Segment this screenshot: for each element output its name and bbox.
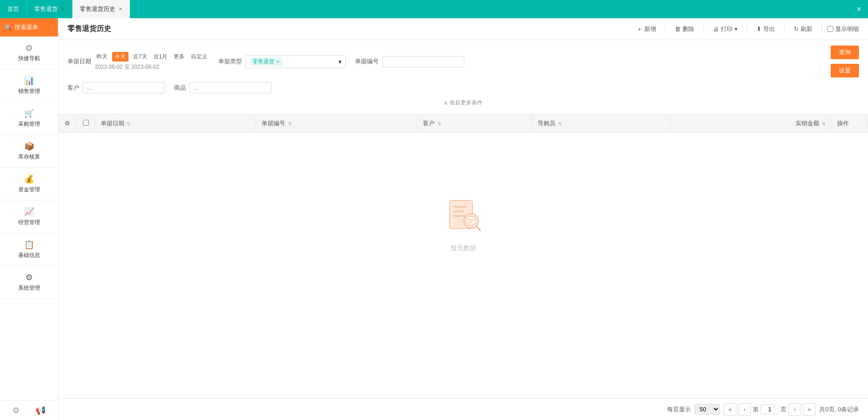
page-size-select[interactable]: 10 20 50 100 bbox=[694, 404, 720, 415]
svg-rect-3 bbox=[453, 215, 466, 217]
quick-nav-icon: ⊙ bbox=[26, 43, 32, 53]
sidebar-search[interactable]: 🔍 搜索菜单 bbox=[0, 18, 58, 36]
sidebar-item-system-mgmt[interactable]: ⚙ 系统管理 bbox=[0, 266, 58, 299]
sidebar-search-label: 搜索菜单 bbox=[15, 23, 38, 31]
tab-retail-return-close[interactable]: × bbox=[62, 6, 65, 12]
col-amount-label: 实销金额 bbox=[796, 120, 819, 127]
col-doc-date[interactable]: 单据日期 ⇅ bbox=[95, 114, 256, 133]
table-header: ⚙ 单据日期 ⇅ 单据编号 ⇅ bbox=[58, 114, 868, 133]
col-action: 操作 bbox=[832, 114, 868, 133]
sidebar-item-basic-info[interactable]: 📋 基础信息 bbox=[0, 233, 58, 266]
filter-row-2: 客户 商品 bbox=[67, 82, 859, 93]
customer-input[interactable] bbox=[83, 82, 165, 93]
header-filter-wrapper: 零售退货历史 ＋ 新增 🗑 删除 🖨 打印 ▾ bbox=[58, 18, 868, 114]
refresh-button[interactable]: ↻ 刷新 bbox=[790, 23, 816, 35]
next-page-button[interactable]: › bbox=[788, 403, 801, 416]
col-customer[interactable]: 客户 ⇅ bbox=[417, 114, 532, 133]
window-close-button[interactable]: × bbox=[850, 0, 868, 18]
sidebar-item-sales-mgmt[interactable]: 📊 销售管理 bbox=[0, 69, 58, 102]
add-label: 新增 bbox=[644, 25, 656, 33]
doctype-tag: 零售退货 × bbox=[250, 57, 282, 66]
col-checkbox[interactable] bbox=[77, 114, 95, 133]
purchase-icon: 🛒 bbox=[24, 108, 34, 118]
sidebar-speaker-icon[interactable]: 📢 bbox=[36, 405, 46, 415]
col-amount[interactable]: 实销金额 ⇅ bbox=[670, 114, 832, 133]
content-area: 零售退货历史 ＋ 新增 🗑 删除 🖨 打印 ▾ bbox=[58, 18, 868, 420]
total-info: 共0页, 0条记录 bbox=[819, 405, 859, 414]
action-buttons: 查询 设置 bbox=[831, 46, 859, 77]
date-opt-custom[interactable]: 自定义 bbox=[189, 52, 209, 61]
refresh-icon: ↻ bbox=[794, 26, 799, 32]
date-opt-1month[interactable]: 近1月 bbox=[152, 52, 169, 61]
col-guide-sort: ⇅ bbox=[558, 121, 562, 126]
sidebar-item-inventory[interactable]: 📦 库存核算 bbox=[0, 135, 58, 168]
col-doc-no[interactable]: 单据编号 ⇅ bbox=[256, 114, 417, 133]
goods-input[interactable] bbox=[190, 82, 272, 93]
filter-date-item: 单据日期 昨天 今天 近7天 近1月 更多 自定义 2023-06-02 至 2… bbox=[67, 52, 209, 71]
print-button[interactable]: 🖨 打印 ▾ bbox=[709, 23, 741, 35]
collapse-button[interactable]: ∧ 收起更多条件 bbox=[438, 97, 488, 108]
collapse-label: 收起更多条件 bbox=[450, 99, 483, 107]
export-button[interactable]: ⬆ 导出 bbox=[753, 23, 779, 35]
settings-button[interactable]: 设置 bbox=[831, 64, 859, 77]
add-button[interactable]: ＋ 新增 bbox=[633, 23, 660, 35]
empty-state: 暂无数据 bbox=[58, 133, 868, 315]
date-opt-today[interactable]: 今天 bbox=[112, 52, 128, 61]
prev-page-button[interactable]: ‹ bbox=[738, 403, 751, 416]
goods-label: 商品 bbox=[174, 84, 186, 92]
sidebar-item-purchase-mgmt[interactable]: 🛒 采购管理 bbox=[0, 102, 58, 135]
query-button[interactable]: 查询 bbox=[831, 46, 859, 59]
col-doc-no-sort: ⇅ bbox=[288, 121, 292, 126]
tab-retail-return-history[interactable]: 零售退货历史 × bbox=[72, 0, 130, 18]
search-icon: 🔍 bbox=[5, 24, 12, 31]
export-label: 导出 bbox=[763, 25, 775, 33]
first-page-button[interactable]: « bbox=[724, 403, 736, 416]
table-area: ⚙ 单据日期 ⇅ 单据编号 ⇅ bbox=[58, 114, 868, 398]
page-title: 零售退货历史 bbox=[67, 24, 111, 34]
tab-home[interactable]: 首页 bbox=[0, 0, 27, 18]
col-settings-icon[interactable]: ⚙ bbox=[65, 120, 70, 127]
doctype-tag-close[interactable]: × bbox=[276, 59, 279, 64]
finance-icon: 💰 bbox=[24, 174, 34, 184]
filter-doctype-item: 单据类型 零售退货 × ▾ bbox=[218, 55, 346, 68]
svg-rect-1 bbox=[453, 206, 467, 208]
tab-retail-return[interactable]: 零售退货 × bbox=[27, 0, 72, 18]
doctype-tag-value: 零售退货 bbox=[252, 58, 274, 66]
col-guide[interactable]: 导购员 ⇅ bbox=[532, 114, 670, 133]
export-icon: ⬆ bbox=[756, 26, 761, 32]
divider-2 bbox=[704, 26, 704, 33]
doctype-select[interactable]: 零售退货 × ▾ bbox=[246, 55, 346, 68]
doctype-label: 单据类型 bbox=[218, 57, 242, 66]
sidebar-bottom: ⚙ 📢 bbox=[0, 400, 58, 420]
sidebar-settings-icon[interactable]: ⚙ bbox=[12, 405, 20, 415]
date-opt-7days[interactable]: 近7天 bbox=[131, 52, 149, 61]
last-page-button[interactable]: » bbox=[803, 403, 816, 416]
page-size-label: 每页显示 bbox=[667, 405, 691, 414]
add-icon: ＋ bbox=[637, 25, 642, 33]
sidebar-item-quick-nav[interactable]: ⊙ 快捷导航 bbox=[0, 36, 58, 69]
docno-input[interactable] bbox=[382, 56, 464, 67]
col-settings[interactable]: ⚙ bbox=[58, 114, 77, 133]
date-opt-yesterday[interactable]: 昨天 bbox=[95, 52, 109, 61]
customer-label: 客户 bbox=[67, 84, 79, 92]
main-layout: 🔍 搜索菜单 ⊙ 快捷导航 📊 销售管理 🛒 采购管理 📦 库存核算 💰 资金管… bbox=[0, 18, 868, 420]
display-detail-input[interactable] bbox=[827, 26, 833, 32]
svg-line-6 bbox=[477, 226, 480, 230]
basic-info-icon: 📋 bbox=[24, 240, 34, 250]
tab-retail-return-history-close[interactable]: × bbox=[119, 6, 122, 12]
sidebar-item-operation[interactable]: 📈 经营管理 bbox=[0, 200, 58, 233]
divider-3 bbox=[747, 26, 747, 33]
col-guide-label: 导购员 bbox=[538, 120, 555, 127]
page-input[interactable] bbox=[760, 405, 779, 414]
collapse-icon: ∧ bbox=[444, 100, 448, 106]
sidebar-item-finance[interactable]: 💰 资金管理 bbox=[0, 168, 58, 200]
tab-retail-return-label: 零售退货 bbox=[34, 5, 58, 13]
col-customer-sort: ⇅ bbox=[437, 121, 441, 126]
select-all-checkbox[interactable] bbox=[83, 120, 89, 126]
system-icon: ⚙ bbox=[26, 272, 33, 282]
date-opt-more[interactable]: 更多 bbox=[172, 52, 186, 61]
sidebar: 🔍 搜索菜单 ⊙ 快捷导航 📊 销售管理 🛒 采购管理 📦 库存核算 💰 资金管… bbox=[0, 18, 58, 420]
page-label: 第 bbox=[753, 405, 759, 414]
delete-button[interactable]: 🗑 删除 bbox=[671, 23, 698, 35]
display-detail-checkbox[interactable]: 显示明细 bbox=[827, 25, 859, 33]
